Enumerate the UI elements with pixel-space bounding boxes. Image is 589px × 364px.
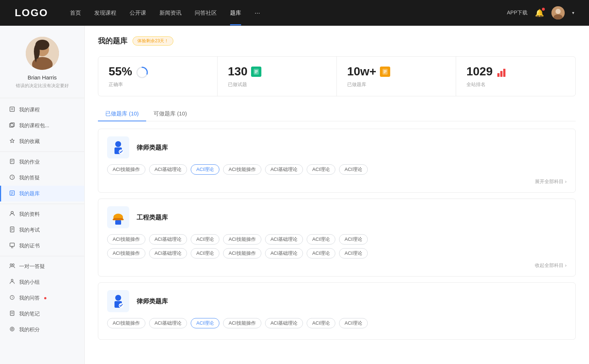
course-icon: [9, 106, 15, 113]
notification-bell[interactable]: 🔔: [535, 8, 544, 17]
user-avatar[interactable]: [551, 6, 565, 19]
tag-1-7[interactable]: ACI理论: [339, 164, 368, 175]
tag-2b-1[interactable]: ACI技能操作: [107, 248, 145, 258]
sidebar-item-profile[interactable]: 我的资料: [0, 206, 84, 222]
svg-point-29: [10, 264, 12, 266]
tag-1-6[interactable]: ACI理论: [307, 164, 335, 175]
sidebar-item-myqa[interactable]: ? 我的问答: [0, 290, 84, 306]
sidebar-item-exam[interactable]: 我的考试: [0, 222, 84, 238]
tag-2a-2[interactable]: ACI基础理论: [149, 234, 187, 245]
coursepack-icon: [9, 122, 15, 129]
app-download[interactable]: APP下载: [507, 10, 528, 16]
tag-3-4[interactable]: ACI技能操作: [223, 318, 261, 328]
nav-opencourse[interactable]: 公开课: [130, 10, 146, 17]
done-questions-label: 已做试题: [228, 81, 326, 88]
nav-home[interactable]: 首页: [70, 10, 81, 17]
tag-2b-2[interactable]: ACI基础理论: [149, 248, 187, 258]
tag-2a-7[interactable]: ACI理论: [339, 234, 368, 245]
tag-2a-3[interactable]: ACI理论: [191, 234, 219, 245]
qbank-header-3: 律师类题库: [107, 290, 567, 312]
favorites-icon: [9, 138, 15, 145]
profile-section: Brian Harris 错误的决定比没有决定要好: [0, 37, 84, 98]
svg-text:?: ?: [11, 296, 13, 299]
sidebar-label-exam: 我的考试: [19, 227, 40, 233]
svg-rect-8: [10, 107, 14, 111]
svg-rect-27: [10, 243, 14, 246]
done-questions-icon: [251, 67, 261, 77]
nav-more[interactable]: ···: [254, 9, 260, 17]
tag-1-1[interactable]: ACI技能操作: [107, 164, 145, 175]
homework-icon: [9, 158, 15, 165]
tag-2b-4[interactable]: ACI技能操作: [223, 248, 261, 258]
sidebar-item-cert[interactable]: 我的证书: [0, 238, 84, 254]
expand-link-1[interactable]: 展开全部科目 ›: [107, 178, 567, 185]
bar2: [500, 71, 502, 77]
sidebar-label-favorites: 我的收藏: [19, 138, 40, 145]
svg-point-22: [11, 211, 13, 214]
bar1: [497, 73, 500, 77]
onetoone-icon: [9, 263, 15, 270]
profile-name: Brian Harris: [28, 74, 57, 81]
done-questions-value: 130: [228, 65, 247, 78]
nav-qa[interactable]: 问答社区: [195, 10, 217, 17]
content-area: 我的题库 体验剩余23天！ 55% 正确率: [85, 26, 589, 364]
tag-2a-5[interactable]: ACI基础理论: [265, 234, 303, 245]
bar3: [503, 69, 505, 77]
tag-3-6[interactable]: ACI理论: [307, 318, 335, 328]
sidebar-item-favorites[interactable]: 我的收藏: [0, 133, 84, 149]
lawyer-icon-wrap-2: [107, 290, 129, 312]
sidebar-item-course[interactable]: 我的课程: [0, 102, 84, 118]
myqa-icon: ?: [9, 295, 15, 301]
divider-1: [0, 151, 84, 152]
tag-2a-4[interactable]: ACI技能操作: [223, 234, 261, 245]
tag-2a-1[interactable]: ACI技能操作: [107, 234, 145, 245]
tag-3-1[interactable]: ACI技能操作: [107, 318, 145, 328]
user-chevron[interactable]: ▾: [572, 10, 574, 15]
sidebar-item-homework[interactable]: 我的作业: [0, 154, 84, 170]
divider-3: [0, 256, 84, 256]
svg-point-38: [11, 328, 13, 330]
tag-3-7[interactable]: ACI理论: [339, 318, 368, 328]
sidebar-item-qbank[interactable]: 我的题库: [0, 186, 84, 201]
points-icon: [9, 326, 15, 333]
svg-point-31: [11, 279, 13, 281]
nav-news[interactable]: 新闻资讯: [159, 10, 181, 17]
tag-2b-6[interactable]: ACI理论: [307, 248, 335, 258]
stats-row: 55% 正确率 130: [98, 56, 576, 96]
accuracy-label: 正确率: [109, 81, 207, 88]
nav-discover[interactable]: 发现课程: [94, 10, 116, 17]
stat-rank: 1029 全站排名: [456, 57, 575, 96]
sidebar-item-group[interactable]: 我的小组: [0, 274, 84, 290]
divider-2: [0, 204, 84, 204]
sidebar-item-qa[interactable]: ? 我的答疑: [0, 170, 84, 186]
sidebar-item-points[interactable]: 我的积分: [0, 322, 84, 338]
tag-1-3[interactable]: ACI理论: [191, 164, 219, 175]
svg-point-56: [115, 295, 121, 301]
tag-1-4[interactable]: ACI技能操作: [223, 164, 261, 175]
tag-3-5[interactable]: ACI基础理论: [265, 318, 303, 328]
page-header: 我的题库 体验剩余23天！: [98, 36, 576, 46]
qbank-icon: [9, 190, 15, 197]
qbank-header-2: 工程类题库: [107, 206, 567, 228]
sidebar-item-coursepack[interactable]: 我的课程包...: [0, 118, 84, 133]
trial-badge: 体验剩余23天！: [133, 36, 173, 46]
qa-icon: ?: [9, 174, 15, 181]
nav-qbank[interactable]: 题库: [230, 10, 241, 17]
tag-1-2[interactable]: ACI基础理论: [149, 164, 187, 175]
tab-available[interactable]: 可做题库 (10): [146, 107, 194, 121]
sidebar-item-notes[interactable]: 我的笔记: [0, 306, 84, 322]
rank-value: 1029: [466, 65, 493, 78]
sidebar-item-onetoone[interactable]: 一对一答疑: [0, 258, 84, 274]
tag-3-2[interactable]: ACI基础理论: [149, 318, 187, 328]
tag-1-5[interactable]: ACI基础理论: [265, 164, 303, 175]
tab-done[interactable]: 已做题库 (10): [98, 107, 146, 121]
tag-2b-5[interactable]: ACI基础理论: [265, 248, 303, 258]
sidebar-label-homework: 我的作业: [19, 159, 40, 165]
tag-2b-3[interactable]: ACI理论: [191, 248, 219, 258]
tag-3-3[interactable]: ACI理论: [191, 318, 219, 328]
tag-2a-6[interactable]: ACI理论: [307, 234, 335, 245]
sidebar-label-cert: 我的证书: [19, 243, 40, 249]
tag-2b-7[interactable]: ACI理论: [339, 248, 368, 258]
expand-link-2[interactable]: 收起全部科目 ›: [107, 262, 567, 269]
sidebar-label-myqa: 我的问答: [19, 295, 40, 301]
